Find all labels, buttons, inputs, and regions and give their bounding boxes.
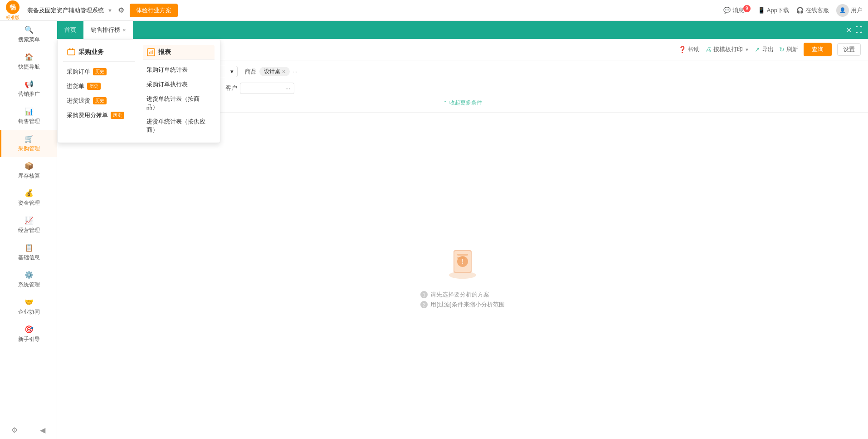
menu-item-purchase-stat[interactable]: 采购订单统计表	[143, 63, 215, 77]
menu-col1-title: 采购业务	[78, 48, 104, 56]
online-service-btn[interactable]: 🎧 在线客服	[796, 6, 829, 15]
collapse-icon: ⌃	[443, 100, 448, 106]
export-btn[interactable]: ↗ 导出	[755, 45, 774, 54]
menu-item-inbound[interactable]: 进货单 历史	[63, 79, 135, 94]
refresh-btn[interactable]: ↻ 刷新	[779, 45, 798, 54]
help-btn[interactable]: ❓ 帮助	[678, 45, 700, 54]
user-btn[interactable]: 👤 用户	[836, 4, 863, 17]
report-menu-icon	[146, 48, 156, 57]
tip-num-2: 2	[420, 301, 428, 308]
system-icon: ⚙️	[24, 271, 34, 279]
phone-icon: 📱	[758, 7, 765, 14]
headset-icon: 🎧	[796, 7, 804, 14]
svg-rect-8	[457, 257, 465, 259]
logo-icon: 畅	[5, 0, 20, 15]
print-icon: 🖨	[705, 46, 712, 53]
app-download-btn[interactable]: 📱 App下载	[758, 6, 789, 15]
menu-item-purchase-exec[interactable]: 采购订单执行表	[143, 77, 215, 92]
menu-col-header-report: 报表	[143, 45, 215, 60]
tab-home[interactable]: 首页	[57, 21, 83, 39]
export-icon: ↗	[755, 46, 760, 53]
customer-select[interactable]: ···	[240, 83, 294, 94]
tab-close-btn[interactable]: ×	[123, 27, 126, 33]
basic-info-icon: 📋	[24, 243, 34, 252]
sidebar-item-inventory[interactable]: 📦 库存核算	[0, 157, 57, 184]
sidebar-bottom: ⚙ ◀	[0, 421, 57, 439]
sales-icon: 📊	[24, 107, 34, 116]
message-icon: 💬	[723, 7, 731, 14]
sidebar-item-purchase[interactable]: 🛒 采购管理	[0, 130, 57, 157]
sidebar-item-finance[interactable]: 💰 资金管理	[0, 184, 57, 212]
menu-item-purchase-order[interactable]: 采购订单 历史	[63, 64, 135, 79]
svg-text:畅: 畅	[10, 4, 16, 11]
inventory-icon: 📦	[24, 162, 34, 170]
sidebar-collapse-btn[interactable]: ◀	[40, 426, 45, 434]
message-btn[interactable]: 💬 消息 9	[723, 6, 751, 15]
sidebar-item-quicknav[interactable]: 🏠 快捷导航	[0, 48, 57, 75]
customer-more-btn[interactable]: ···	[285, 85, 290, 92]
sidebar-item-collab[interactable]: 🤝 企业协同	[0, 293, 57, 321]
menu-item-inbound-by-supplier[interactable]: 进货单统计表（按供应商）	[143, 114, 215, 137]
set-btn[interactable]: 设置	[837, 43, 861, 56]
goods-tag-remove[interactable]: ×	[282, 69, 285, 75]
print-btn[interactable]: 🖨 按模板打印 ▼	[705, 45, 749, 54]
sidebar-item-sales[interactable]: 📊 销售管理	[0, 103, 57, 130]
tab-bar: 首页 销售排行榜 × ✕ ⛶	[57, 21, 868, 39]
sidebar-item-basic-info[interactable]: 📋 基础信息	[0, 239, 57, 266]
sidebar-item-guide[interactable]: 🎯 新手引导	[0, 321, 57, 348]
logo-version: 标准版	[6, 15, 20, 21]
menu-col2-title: 报表	[158, 48, 171, 56]
search-icon: 🔍	[24, 25, 34, 34]
message-badge: 9	[743, 5, 751, 12]
industry-btn[interactable]: 体验行业方案	[130, 4, 178, 17]
settings-icon[interactable]: ⚙	[118, 6, 124, 15]
guide-icon: 🎯	[24, 325, 34, 334]
home-icon: 🏠	[24, 53, 34, 61]
empty-state: ! 1 请先选择要分析的方案 2 用[过滤]条件来缩小分析范围	[57, 113, 868, 439]
customer-filter: 客户 ···	[225, 83, 294, 94]
menu-col-report: 报表 采购订单统计表 采购订单执行表 进货单统计表（按商品） 进货单统计表（按供…	[143, 45, 215, 137]
finance-icon: 💰	[24, 189, 34, 197]
tab-bar-actions: ✕ ⛶	[844, 24, 868, 36]
operations-icon: 📈	[24, 216, 34, 225]
sidebar-item-marketing[interactable]: 📢 营销推广	[0, 75, 57, 103]
top-bar: 畅 标准版 装备及固定资产辅助管理系统 ▼ ⚙ 体验行业方案 💬 消息 9 📱 …	[0, 0, 868, 21]
goods-more-btn[interactable]: ···	[293, 68, 297, 75]
system-title: 装备及固定资产辅助管理系统	[27, 6, 104, 15]
menu-col-purchase: 采购业务 采购订单 历史 进货单 历史 进货退货 历史 采购费用分摊单 历史	[63, 45, 135, 137]
menu-item-inbound-by-goods[interactable]: 进货单统计表（按商品）	[143, 92, 215, 114]
system-dropdown-arrow[interactable]: ▼	[107, 8, 112, 13]
marketing-icon: 📢	[24, 80, 34, 89]
sidebar-item-search[interactable]: 🔍 搜索菜单	[0, 21, 57, 48]
logo-area: 畅 标准版	[5, 0, 20, 21]
sidebar: 🔍 搜索菜单 🏠 快捷导航 📢 营销推广 📊 销售管理 🛒 采购管理 📦	[0, 21, 57, 439]
menu-item-purchase-expense[interactable]: 采购费用分摊单 历史	[63, 108, 135, 123]
goods-tag: 设计桌 ×	[259, 67, 290, 76]
svg-text:!: !	[462, 258, 463, 265]
menu-divider	[139, 45, 139, 137]
sidebar-item-operations[interactable]: 📈 经营管理	[0, 212, 57, 239]
collab-icon: 🤝	[24, 298, 34, 306]
history-badge-4: 历史	[111, 112, 124, 119]
purchase-icon: 🛒	[24, 134, 34, 143]
tab-sales-rank[interactable]: 销售排行榜 ×	[83, 21, 133, 39]
purchase-dropdown-menu: 采购业务 采购订单 历史 进货单 历史 进货退货 历史 采购费用分摊单 历史	[57, 39, 220, 143]
help-icon: ❓	[678, 46, 686, 53]
history-badge-2: 历史	[87, 83, 101, 90]
sidebar-item-system[interactable]: ⚙️ 系统管理	[0, 266, 57, 293]
svg-rect-9	[68, 49, 75, 55]
goods-filter: 商品 设计桌 × ···	[245, 67, 297, 76]
menu-item-return-goods[interactable]: 进货退货 历史	[63, 94, 135, 108]
query-btn[interactable]: 查询	[804, 43, 832, 56]
menu-col-header-purchase: 采购业务	[63, 45, 135, 62]
tab-expand-btn[interactable]: ⛶	[853, 24, 864, 36]
tip-num-1: 1	[420, 291, 428, 298]
history-badge-1: 历史	[93, 68, 107, 75]
top-right-area: 💬 消息 9 📱 App下载 🎧 在线客服 👤 用户	[723, 4, 863, 17]
doc-status-dropdown-icon: ▾	[230, 68, 234, 75]
print-dropdown-icon[interactable]: ▼	[745, 47, 749, 52]
tab-close-all-btn[interactable]: ✕	[844, 24, 853, 36]
purchase-menu-icon	[67, 48, 76, 57]
sidebar-settings-btn[interactable]: ⚙	[11, 426, 18, 434]
collapse-filters-btn[interactable]: ⌃ 收起更多条件	[443, 99, 482, 107]
